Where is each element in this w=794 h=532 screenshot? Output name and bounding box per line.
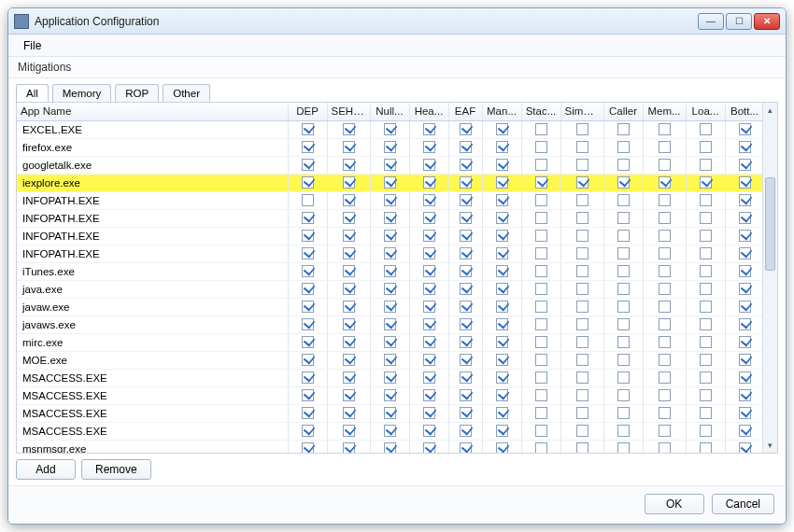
checkbox-icon[interactable] [617, 265, 630, 277]
checkbox-icon[interactable] [535, 336, 547, 348]
checkbox-icon[interactable] [423, 230, 435, 242]
mitigation-cell[interactable] [603, 227, 643, 245]
checkbox-icon[interactable] [460, 123, 472, 135]
column-header[interactable]: Stac... [521, 103, 560, 120]
checkbox-icon[interactable] [496, 283, 508, 295]
mitigation-cell[interactable] [686, 138, 725, 156]
checkbox-icon[interactable] [535, 247, 547, 259]
mitigation-cell[interactable] [686, 333, 725, 351]
tab-all[interactable]: All [16, 84, 49, 102]
checkbox-icon[interactable] [343, 407, 355, 419]
mitigation-cell[interactable] [288, 138, 327, 156]
mitigation-cell[interactable] [409, 404, 448, 422]
mitigation-cell[interactable] [521, 369, 560, 386]
checkbox-icon[interactable] [460, 425, 472, 437]
mitigation-cell[interactable] [643, 422, 686, 440]
mitigation-cell[interactable] [370, 120, 409, 138]
checkbox-icon[interactable] [496, 442, 508, 453]
checkbox-icon[interactable] [576, 371, 588, 384]
checkbox-icon[interactable] [617, 301, 630, 313]
mitigation-cell[interactable] [370, 174, 409, 191]
checkbox-icon[interactable] [617, 247, 630, 259]
mitigation-cell[interactable] [686, 245, 725, 262]
mitigation-cell[interactable] [603, 315, 643, 333]
mitigation-cell[interactable] [409, 280, 448, 298]
mitigation-cell[interactable] [482, 369, 521, 386]
checkbox-icon[interactable] [343, 318, 355, 330]
checkbox-icon[interactable] [496, 247, 508, 259]
mitigation-cell[interactable] [725, 262, 762, 280]
checkbox-icon[interactable] [302, 407, 314, 419]
mitigation-cell[interactable] [482, 422, 521, 440]
mitigation-cell[interactable] [448, 209, 482, 227]
mitigation-cell[interactable] [327, 174, 370, 191]
checkbox-icon[interactable] [496, 389, 508, 401]
minimize-button[interactable]: — [698, 13, 724, 30]
mitigation-cell[interactable] [521, 156, 560, 174]
checkbox-icon[interactable] [343, 425, 355, 437]
mitigation-cell[interactable] [725, 138, 762, 156]
scroll-thumb[interactable] [765, 177, 775, 271]
checkbox-icon[interactable] [460, 141, 472, 153]
checkbox-icon[interactable] [739, 371, 751, 384]
mitigation-cell[interactable] [482, 209, 521, 227]
mitigation-cell[interactable] [482, 227, 521, 245]
checkbox-icon[interactable] [343, 442, 355, 453]
mitigation-cell[interactable] [643, 440, 686, 453]
mitigation-cell[interactable] [370, 351, 409, 369]
table-row[interactable]: MSACCESS.EXE [17, 369, 762, 386]
mitigation-cell[interactable] [521, 227, 560, 245]
mitigation-cell[interactable] [409, 120, 448, 138]
mitigation-cell[interactable] [370, 156, 409, 174]
mitigation-cell[interactable] [448, 369, 482, 386]
mitigation-cell[interactable] [448, 315, 482, 333]
column-header[interactable]: EAF [448, 103, 482, 120]
checkbox-icon[interactable] [496, 318, 508, 330]
checkbox-icon[interactable] [739, 425, 751, 437]
checkbox-icon[interactable] [343, 159, 355, 171]
checkbox-icon[interactable] [535, 283, 547, 295]
column-header[interactable]: Man... [482, 103, 521, 120]
checkbox-icon[interactable] [423, 425, 435, 437]
checkbox-icon[interactable] [535, 442, 547, 453]
checkbox-icon[interactable] [535, 176, 547, 189]
mitigation-cell[interactable] [327, 138, 370, 156]
mitigation-cell[interactable] [643, 315, 686, 333]
mitigation-cell[interactable] [288, 280, 327, 298]
checkbox-icon[interactable] [384, 425, 396, 437]
menu-file[interactable]: File [16, 36, 49, 55]
mitigation-cell[interactable] [288, 386, 327, 404]
mitigation-cell[interactable] [448, 333, 482, 351]
mitigation-cell[interactable] [288, 174, 327, 191]
table-row[interactable]: MSACCESS.EXE [17, 422, 762, 440]
mitigation-cell[interactable] [448, 298, 482, 315]
mitigation-cell[interactable] [560, 404, 603, 422]
mitigation-cell[interactable] [603, 298, 643, 315]
checkbox-icon[interactable] [384, 141, 396, 153]
checkbox-icon[interactable] [576, 194, 588, 206]
mitigation-cell[interactable] [482, 315, 521, 333]
checkbox-icon[interactable] [617, 318, 630, 330]
mitigation-cell[interactable] [409, 351, 448, 369]
mitigation-cell[interactable] [560, 298, 603, 315]
checkbox-icon[interactable] [739, 442, 751, 453]
mitigation-cell[interactable] [521, 386, 560, 404]
checkbox-icon[interactable] [302, 194, 314, 206]
mitigation-cell[interactable] [482, 404, 521, 422]
checkbox-icon[interactable] [496, 354, 508, 366]
checkbox-icon[interactable] [535, 389, 547, 401]
mitigation-cell[interactable] [370, 262, 409, 280]
checkbox-icon[interactable] [576, 283, 588, 295]
checkbox-icon[interactable] [384, 230, 396, 242]
checkbox-icon[interactable] [576, 265, 588, 277]
checkbox-icon[interactable] [700, 407, 712, 419]
mitigation-cell[interactable] [288, 156, 327, 174]
mitigation-cell[interactable] [643, 298, 686, 315]
checkbox-icon[interactable] [460, 247, 472, 259]
checkbox-icon[interactable] [700, 354, 712, 366]
checkbox-icon[interactable] [739, 176, 751, 189]
checkbox-icon[interactable] [576, 442, 588, 453]
mitigation-cell[interactable] [482, 191, 521, 209]
mitigation-cell[interactable] [370, 422, 409, 440]
checkbox-icon[interactable] [460, 371, 472, 384]
